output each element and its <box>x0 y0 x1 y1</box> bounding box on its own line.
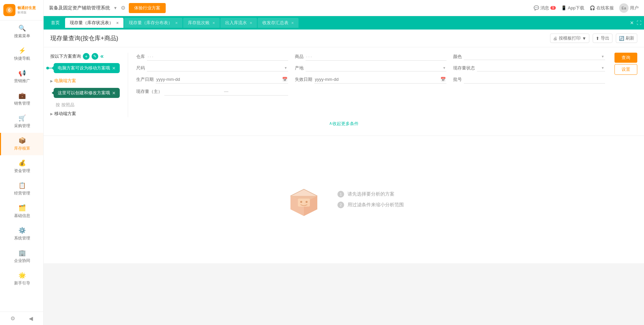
tab-in-out-label: 出入库流水 <box>225 20 247 26</box>
tab-batch-ledger-label: 库存批次账 <box>188 20 210 26</box>
system-dropdown-btn[interactable]: ▼ <box>113 6 117 10</box>
enterprise-icon: 🏢 <box>18 249 26 257</box>
tab-collect-summary[interactable]: 收发存汇总表 ✕ <box>258 18 299 28</box>
tab-inventory-dist[interactable]: 现存量（库存分布表） ✕ <box>124 18 182 28</box>
sidebar-item-system[interactable]: ⚙️ 系统管理 <box>0 223 43 245</box>
goods-input[interactable]: ··· <box>306 53 447 61</box>
tab-inventory-status-close[interactable]: ✕ <box>116 21 119 25</box>
tab-inventory-dist-close[interactable]: ✕ <box>175 21 178 25</box>
app-download-btn[interactable]: 📱 App下载 <box>561 5 584 11</box>
sidebar-item-finance[interactable]: 💰 资金管理 <box>0 155 43 178</box>
origin-select[interactable]: ▼ <box>306 65 447 71</box>
query-btn[interactable]: 查询 <box>614 53 637 63</box>
sidebar-label-system: 系统管理 <box>14 235 30 241</box>
collapse-bar[interactable]: ∧ 收起更多条件 <box>50 117 637 130</box>
tooltip-create-close[interactable]: ✕ <box>112 91 116 96</box>
content-area: 现存量查询(按仓库+商品) 🖨 按模板打印 ▼ ⬆ 导出 🔄 刷新 <box>44 30 644 325</box>
prod-date-input[interactable]: 📅 <box>156 75 288 84</box>
mobile-scheme-label[interactable]: 移动端方案 <box>54 111 76 117</box>
prod-date-calendar-icon[interactable]: 📅 <box>282 77 287 82</box>
collapse-sidebar-btn[interactable]: ◀ <box>29 315 33 322</box>
add-scheme-btn[interactable]: + <box>83 53 90 60</box>
message-icon: 💬 <box>534 5 539 10</box>
sidebar-item-enterprise[interactable]: 🏢 企业协同 <box>0 245 43 268</box>
empty-tips: 1 请先选择要分析的方案 2 用过滤条件来缩小分析范围 <box>337 191 404 208</box>
stock-main-start[interactable] <box>165 89 222 94</box>
sidebar-item-sales[interactable]: 💼 销售管理 <box>0 88 43 110</box>
sidebar-item-marketing[interactable]: 📢 营销推广 <box>0 65 43 88</box>
expire-date-calendar-icon[interactable]: 📅 <box>440 77 446 82</box>
size-select[interactable]: ▼ <box>147 65 288 71</box>
tab-collect-summary-label: 收发存汇总表 <box>262 20 288 26</box>
sidebar-item-inventory[interactable]: 📦 库存核算 <box>0 133 43 155</box>
topbar-settings-btn[interactable]: ⚙ <box>121 5 125 11</box>
tab-collect-summary-close[interactable]: ✕ <box>291 21 294 25</box>
goods-label: 商品 <box>295 54 304 60</box>
expire-date-start[interactable] <box>315 77 439 82</box>
sidebar-item-guide[interactable]: 🌟 新手引导 <box>0 268 43 290</box>
batch-field: 批号 <box>453 75 605 84</box>
sidebar-item-quick[interactable]: ⚡ 快捷导航 <box>0 43 43 65</box>
logo-title: 畅通好生意 <box>17 5 36 10</box>
edit-scheme-btn[interactable]: ✎ <box>92 53 98 60</box>
refresh-btn[interactable]: 🔄 刷新 <box>616 34 637 43</box>
exp-industry-btn[interactable]: 体验行业方案 <box>129 3 166 13</box>
sidebar: 6 畅通好生意 标准版 🔍 搜索菜单 ⚡ 快捷导航 📢 营销推广 💼 <box>0 0 44 325</box>
pc-sub-items: 按 按照品 <box>50 102 120 108</box>
tooltip-pc-close[interactable]: ✕ <box>112 66 116 71</box>
batch-input[interactable] <box>464 75 605 84</box>
user-area[interactable]: Ea 用户 <box>619 3 639 13</box>
sidebar-item-operation[interactable]: 📋 经营管理 <box>0 178 43 200</box>
warehouse-field: 仓库 ··· <box>136 53 288 61</box>
empty-tip-2: 2 用过滤条件来缩小分析范围 <box>337 202 404 208</box>
stock-status-select[interactable]: ▼ <box>477 65 605 71</box>
prod-date-label: 生产日期 <box>136 76 154 83</box>
tab-batch-ledger-close[interactable]: ✕ <box>212 21 215 25</box>
goods-dots: ··· <box>306 54 313 59</box>
close-all-tabs-btn[interactable]: ✕ <box>630 20 634 25</box>
prod-date-start[interactable] <box>156 77 281 82</box>
sidebar-label-basic: 基础信息 <box>14 213 30 219</box>
origin-label: 产地 <box>295 65 304 71</box>
sidebar-item-purchase[interactable]: 🛒 采购管理 <box>0 110 43 133</box>
tooltip-create-scheme: 这里可以创建和修改方案哦 ✕ <box>54 88 120 98</box>
online-support-btn[interactable]: 🎧 在线客服 <box>590 5 614 11</box>
color-select[interactable]: ▼ <box>464 53 605 60</box>
warehouse-input[interactable]: ··· <box>147 53 288 61</box>
tooltip-create-text: 这里可以创建和修改方案哦 <box>58 90 110 96</box>
logo-badge: 标准版 <box>17 10 36 15</box>
batch-label: 批号 <box>453 76 462 83</box>
svg-text:6: 6 <box>8 7 11 13</box>
sidebar-item-basic[interactable]: 🗂️ 基础信息 <box>0 200 43 223</box>
tab-batch-ledger[interactable]: 库存批次账 ✕ <box>183 18 220 28</box>
prev-scheme-btn[interactable]: « <box>100 53 104 60</box>
sidebar-label-search: 搜索菜单 <box>14 33 30 39</box>
reset-btn[interactable]: 设置 <box>614 64 637 75</box>
stock-status-field: 现存量状态 ▼ <box>453 65 605 71</box>
batch-text-input[interactable] <box>465 77 604 82</box>
tab-in-out[interactable]: 出入库流水 ✕ <box>220 18 257 28</box>
lightning-icon: ⚡ <box>18 47 26 54</box>
stock-main-input[interactable]: — <box>164 88 288 96</box>
refresh-label: 刷新 <box>626 35 634 41</box>
sidebar-item-search[interactable]: 🔍 搜索菜单 <box>0 20 43 43</box>
messages-btn[interactable]: 💬 消息 9 <box>534 5 556 11</box>
pc-scheme-label[interactable]: 电脑端方案 <box>54 78 76 84</box>
tooltip-pc-text: 电脑方案可设为移动方案哦 <box>58 65 110 71</box>
sidebar-label-marketing: 营销推广 <box>14 78 30 84</box>
expire-date-input[interactable]: 📅 <box>314 75 447 84</box>
origin-field: 产地 ▼ <box>295 65 447 71</box>
tab-in-out-close[interactable]: ✕ <box>250 21 252 25</box>
marketing-icon: 📢 <box>18 69 26 77</box>
sidebar-label-inventory: 库存核算 <box>14 146 30 151</box>
maximize-btn[interactable]: ⛶ <box>637 20 641 25</box>
template-print-btn[interactable]: 🖨 按模板打印 ▼ <box>550 34 589 43</box>
export-btn[interactable]: ⬆ 导出 <box>593 34 612 43</box>
tip-num-2: 2 <box>337 202 344 208</box>
message-badge: 9 <box>550 6 556 10</box>
tab-inventory-status[interactable]: 现存量（库存状况表） ✕ <box>65 18 123 28</box>
pc-sub-item-1: 按 按照品 <box>56 102 120 108</box>
tab-home[interactable]: 首页 <box>46 18 64 28</box>
stock-main-end[interactable] <box>230 89 287 94</box>
settings-bottom-btn[interactable]: ⚙ <box>10 315 15 322</box>
